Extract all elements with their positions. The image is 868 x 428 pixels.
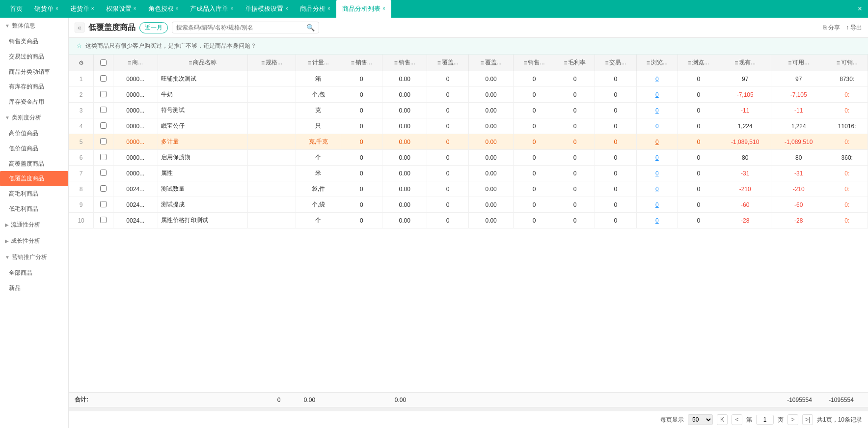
share-btn[interactable]: ⎘ 分享 bbox=[823, 24, 840, 32]
last-page-btn[interactable]: >| bbox=[802, 414, 813, 425]
row-view1[interactable]: 0 bbox=[636, 166, 678, 181]
row-checkbox[interactable] bbox=[100, 154, 107, 160]
row-checkbox-cell[interactable] bbox=[94, 150, 113, 166]
col-cov1[interactable]: ≡覆盖... bbox=[427, 55, 468, 71]
col-settings[interactable]: ⚙ bbox=[69, 55, 94, 71]
sidebar-item-high-coverage[interactable]: 高覆盖度商品 bbox=[0, 156, 68, 171]
row-checkbox-cell[interactable] bbox=[94, 134, 113, 150]
col-sales-qty[interactable]: ≡销售... bbox=[341, 55, 382, 71]
row-view1[interactable]: 0 bbox=[636, 103, 678, 118]
nav-purchase[interactable]: 进货单 × bbox=[64, 0, 100, 18]
row-margin: 0 bbox=[555, 87, 595, 103]
nav-home[interactable]: 首页 bbox=[4, 0, 28, 18]
row-view1[interactable]: 0 bbox=[636, 71, 678, 87]
row-checkbox[interactable] bbox=[100, 107, 107, 113]
prev-page-btn[interactable]: < bbox=[732, 414, 742, 425]
sidebar-item-traded-goods[interactable]: 交易过的商品 bbox=[0, 49, 68, 64]
nav-sales[interactable]: 销货单 × bbox=[28, 0, 64, 18]
col-trade[interactable]: ≡交易... bbox=[595, 55, 636, 71]
sidebar-item-low-value[interactable]: 低价值商品 bbox=[0, 141, 68, 156]
nav-template[interactable]: 单据模板设置 × bbox=[239, 0, 294, 18]
row-seq: 9 bbox=[69, 197, 94, 213]
row-view2: 0 bbox=[678, 103, 719, 118]
row-checkbox[interactable] bbox=[100, 138, 107, 144]
row-view1[interactable]: 0 bbox=[636, 87, 678, 103]
col-view1[interactable]: ≡浏览... bbox=[636, 55, 678, 71]
sidebar-item-stock-capital[interactable]: 库存资金占用 bbox=[0, 94, 68, 110]
horizontal-scrollbar[interactable] bbox=[69, 407, 868, 411]
table-wrapper[interactable]: ⚙ ≡商... ≡商品名称 ≡规格... bbox=[69, 55, 868, 392]
row-spec bbox=[247, 87, 296, 103]
col-code[interactable]: ≡商... bbox=[113, 55, 158, 71]
row-checkbox[interactable] bbox=[100, 122, 107, 129]
sidebar-item-high-margin[interactable]: 高毛利商品 bbox=[0, 186, 68, 201]
next-page-btn[interactable]: > bbox=[787, 414, 798, 425]
sidebar-item-sales-goods[interactable]: 销售类商品 bbox=[0, 34, 68, 49]
time-filter-btn[interactable]: 近一月 bbox=[139, 22, 168, 33]
row-checkbox-cell[interactable] bbox=[94, 197, 113, 213]
row-stock-avail: -210 bbox=[771, 181, 826, 197]
col-view2[interactable]: ≡浏览... bbox=[678, 55, 719, 71]
col-checkbox-header[interactable] bbox=[94, 55, 113, 71]
row-code: 0000... bbox=[113, 103, 158, 118]
row-unit: 个 bbox=[296, 150, 341, 166]
page-input[interactable] bbox=[756, 415, 774, 425]
sidebar-item-all-goods[interactable]: 全部商品 bbox=[0, 265, 68, 281]
row-checkbox-cell[interactable] bbox=[94, 103, 113, 118]
sidebar-section-overall[interactable]: ▼ 整体信息 bbox=[0, 18, 68, 34]
col-spec[interactable]: ≡规格... bbox=[247, 55, 296, 71]
search-input[interactable] bbox=[176, 24, 306, 31]
col-margin[interactable]: ≡毛利率 bbox=[555, 55, 595, 71]
row-checkbox[interactable] bbox=[100, 185, 107, 192]
row-checkbox[interactable] bbox=[100, 217, 107, 223]
col-stock-avail[interactable]: ≡可用... bbox=[771, 55, 826, 71]
col-unit[interactable]: ≡计量... bbox=[296, 55, 341, 71]
col-name[interactable]: ≡商品名称 bbox=[158, 55, 247, 71]
col-stock-current[interactable]: ≡现有... bbox=[719, 55, 771, 71]
sidebar-section-growth[interactable]: ▶ 成长性分析 bbox=[0, 233, 68, 249]
nav-role[interactable]: 角色授权 × bbox=[142, 0, 185, 18]
sidebar-collapse-btn[interactable]: « bbox=[75, 23, 84, 32]
export-btn[interactable]: ↑ 导出 bbox=[846, 24, 862, 32]
window-close-btn[interactable]: × bbox=[858, 4, 862, 13]
row-view1[interactable]: 0 bbox=[636, 197, 678, 213]
row-checkbox-cell[interactable] bbox=[94, 166, 113, 181]
row-checkbox-cell[interactable] bbox=[94, 118, 113, 134]
row-checkbox-cell[interactable] bbox=[94, 213, 113, 228]
row-stock-current: -1,089,510 bbox=[719, 134, 771, 150]
per-page-select[interactable]: 50 20 100 bbox=[688, 414, 713, 425]
nav-analysis[interactable]: 商品分析 × bbox=[294, 0, 336, 18]
sidebar-section-liquidity[interactable]: ▶ 流通性分析 bbox=[0, 217, 68, 233]
sidebar-item-low-coverage[interactable]: 低覆盖度商品 bbox=[0, 171, 68, 186]
sidebar-item-high-value[interactable]: 高价值商品 bbox=[0, 126, 68, 141]
row-view1[interactable]: 0 bbox=[636, 181, 678, 197]
row-view1[interactable]: 0 bbox=[636, 213, 678, 228]
col-stock-sell[interactable]: ≡可销... bbox=[826, 55, 868, 71]
sidebar-section-marketing[interactable]: ▼ 营销推广分析 bbox=[0, 249, 68, 265]
row-checkbox[interactable] bbox=[100, 91, 107, 97]
sidebar-section-category[interactable]: ▼ 类别度分析 bbox=[0, 110, 68, 126]
sidebar-item-category-rate[interactable]: 商品分类动销率 bbox=[0, 64, 68, 80]
row-checkbox-cell[interactable] bbox=[94, 87, 113, 103]
select-all-checkbox[interactable] bbox=[100, 59, 107, 66]
row-sales-ratio: 0 bbox=[514, 166, 555, 181]
nav-permission[interactable]: 权限设置 × bbox=[100, 0, 142, 18]
nav-analysis-list[interactable]: 商品分析列表 × bbox=[336, 0, 391, 18]
row-stock-sell: 0: bbox=[826, 103, 868, 118]
first-page-btn[interactable]: K bbox=[717, 414, 728, 425]
sidebar-item-in-stock[interactable]: 有库存的商品 bbox=[0, 79, 68, 94]
row-view1[interactable]: 0 bbox=[636, 118, 678, 134]
sidebar-item-new-goods[interactable]: 新品 bbox=[0, 281, 68, 296]
row-checkbox-cell[interactable] bbox=[94, 71, 113, 87]
row-checkbox[interactable] bbox=[100, 170, 107, 176]
nav-product[interactable]: 产成品入库单 × bbox=[184, 0, 239, 18]
row-checkbox[interactable] bbox=[100, 201, 107, 207]
col-cov2[interactable]: ≡覆盖... bbox=[468, 55, 513, 71]
col-sales-ratio[interactable]: ≡销售... bbox=[514, 55, 555, 71]
row-checkbox-cell[interactable] bbox=[94, 181, 113, 197]
row-checkbox[interactable] bbox=[100, 75, 107, 82]
col-sales-amt[interactable]: ≡销售... bbox=[382, 55, 427, 71]
row-view1[interactable]: 0 bbox=[636, 134, 678, 150]
sidebar-item-low-margin[interactable]: 低毛利商品 bbox=[0, 201, 68, 217]
row-view1[interactable]: 0 bbox=[636, 150, 678, 166]
